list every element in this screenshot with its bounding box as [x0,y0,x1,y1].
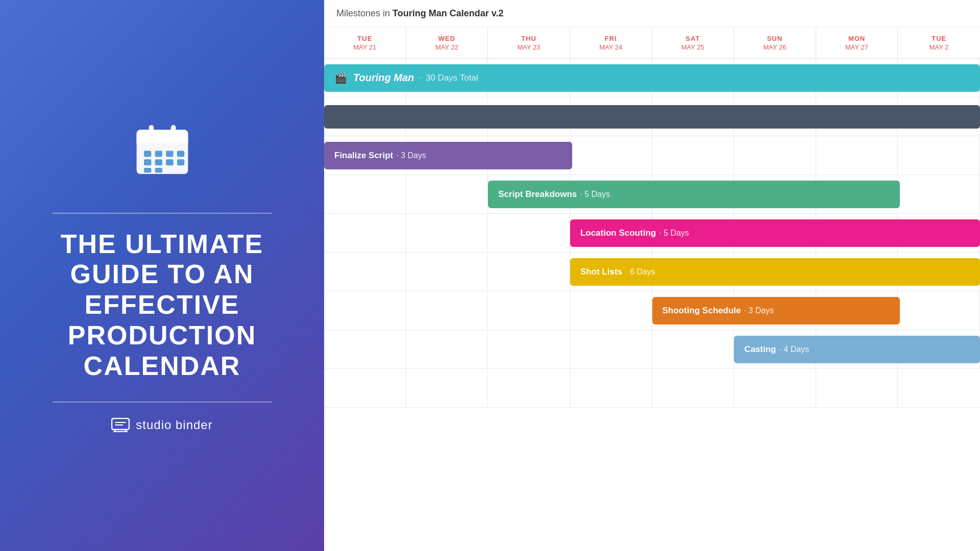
row-casting: Casting · 4 Days [324,330,980,369]
location-scouting-bar: Location Scouting · 5 Days [570,219,980,247]
right-panel: Milestones in Touring Man Calendar v.2 T… [324,0,980,551]
svg-rect-14 [155,168,162,173]
top-divider [53,213,272,214]
row-empty [324,369,980,408]
day-header-3: FRI MAY 24 [570,28,652,58]
day-header-2: THU MAY 23 [488,28,570,58]
row-finalize-script: Finalize Script · 3 Days [324,136,980,175]
shot-lists-bar: Shot Lists · 6 Days [570,258,980,286]
finalize-script-bar: Finalize Script · 3 Days [324,142,572,169]
film-icon: 🎬 [334,72,347,84]
svg-rect-9 [144,159,151,165]
main-title: THE ULTIMATE GUIDE TO AN EFFECTIVE PRODU… [61,229,264,382]
row-shot-lists: Shot Lists · 6 Days [324,253,980,291]
row-location-scouting: Location Scouting · 5 Days [324,214,980,253]
day-header-1: WED MAY 22 [406,28,488,58]
svg-rect-7 [166,151,173,157]
day-header-5: SUN MAY 26 [734,28,816,58]
brand-area: studio binder [111,418,212,432]
touring-man-bar: 🎬 Touring Man · 30 Days Total [324,64,980,92]
touring-days: 30 Days Total [426,73,478,83]
bottom-divider [53,402,272,403]
day-header-4: SAT MAY 25 [652,28,734,58]
svg-rect-15 [112,418,129,430]
row-script-breakdowns: Script Breakdowns · 5 Days [324,175,980,214]
calendar-icon [132,119,193,182]
script-breakdowns-bar: Script Breakdowns · 5 Days [488,181,900,208]
row-dark [324,97,980,136]
shooting-schedule-bar: Shooting Schedule · 3 Days [652,297,900,324]
svg-rect-13 [144,168,151,173]
svg-rect-12 [177,159,184,165]
svg-rect-11 [166,159,173,165]
svg-rect-6 [155,151,162,157]
svg-rect-2 [136,137,188,143]
left-panel: THE ULTIMATE GUIDE TO AN EFFECTIVE PRODU… [0,0,324,551]
svg-rect-10 [155,159,162,165]
gantt-area: 🎬 Touring Man · 30 Days Total [324,59,980,551]
dark-bar [324,105,980,129]
day-header-0: TUE MAY 21 [324,28,406,58]
svg-rect-5 [144,151,151,157]
brand-name: studio binder [136,418,212,432]
calendar-header: TUE MAY 21 WED MAY 22 THU MAY 23 FRI MAY… [324,28,980,59]
studiobinder-icon [111,418,130,432]
svg-rect-4 [170,125,176,136]
svg-rect-3 [149,125,154,136]
day-header-6: MON MAY 27 [816,28,898,58]
day-header-7: TUE MAY 2 [898,28,980,58]
svg-rect-8 [177,151,184,157]
touring-dot: · [418,73,421,83]
milestones-title: Milestones in Touring Man Calendar v.2 [324,0,980,28]
row-shooting-schedule: Shooting Schedule · 3 Days [324,291,980,330]
touring-label: Touring Man [353,72,414,84]
casting-bar: Casting · 4 Days [734,336,980,363]
row-touring-man: 🎬 Touring Man · 30 Days Total [324,59,980,97]
